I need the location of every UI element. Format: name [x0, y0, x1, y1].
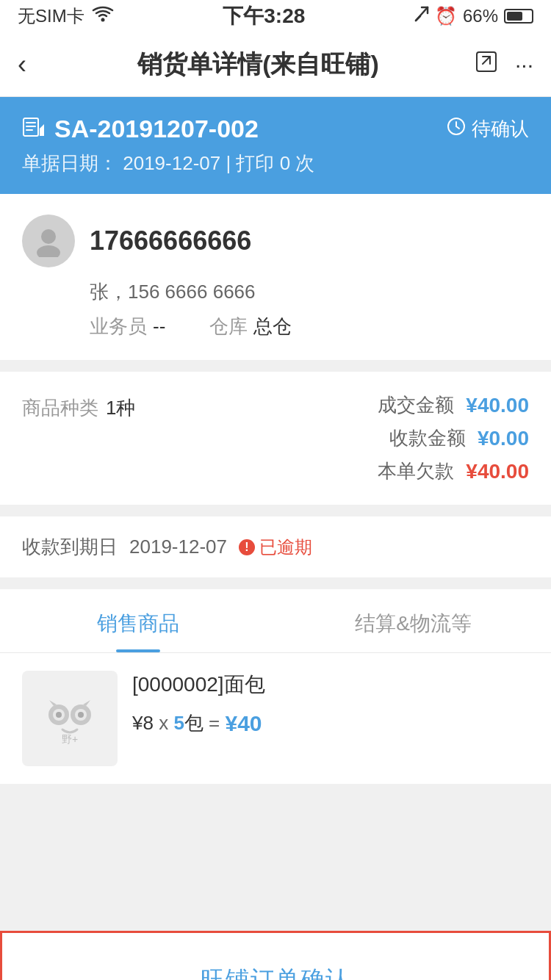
product-details: [0000002]面包 ¥8 x 5 包 = ¥40 [132, 671, 529, 736]
order-id-icon [22, 115, 46, 143]
amounts-info: 成交金额 ¥40.00 收款金额 ¥0.00 本单欠款 ¥40.00 [169, 392, 529, 484]
status-right: ⏰ 66% [414, 6, 533, 26]
sales-value: -- [153, 315, 165, 338]
product-name: [0000002]面包 [132, 671, 529, 699]
nav-bar: ‹ 销货单详情(来自旺铺) ··· [0, 32, 551, 97]
deal-label: 成交金额 [378, 392, 454, 418]
debt-label: 本单欠款 [378, 458, 454, 484]
svg-point-5 [37, 245, 60, 257]
order-date-row: 单据日期： 2019-12-07 | 打印 0 次 [22, 151, 529, 176]
overdue-label: 已逾期 [259, 536, 312, 559]
carrier-label: 无SIM卡 [18, 4, 84, 28]
due-date-value: 2019-12-07 [129, 536, 227, 558]
warehouse-value: 总仓 [253, 314, 292, 339]
products-section: 野+ [0000002]面包 ¥8 x 5 包 = ¥40 [0, 653, 551, 784]
price-total: ¥40 [225, 711, 262, 736]
tab-settlement[interactable]: 结算&物流等 [276, 589, 551, 652]
category-label: 商品种类 [22, 395, 98, 421]
confirm-order-button[interactable]: 旺铺订单确认 [24, 948, 527, 980]
product-price-row: ¥8 x 5 包 = ¥40 [132, 710, 529, 736]
order-header-banner: SA-20191207-002 待确认 单据日期： 2019-12-07 | 打… [0, 97, 551, 194]
debt-value: ¥40.00 [466, 460, 529, 483]
status-left: 无SIM卡 [18, 4, 114, 28]
tab-sales[interactable]: 销售商品 [0, 589, 276, 652]
product-thumbnail: 野+ [22, 671, 118, 766]
svg-point-0 [101, 18, 104, 22]
receipt-value: ¥0.00 [478, 427, 529, 450]
overdue-badge: ! 已逾期 [239, 536, 312, 559]
product-item: 野+ [0000002]面包 ¥8 x 5 包 = ¥40 [22, 671, 529, 766]
category-value: 1种 [106, 395, 135, 421]
price-unit-label: 包 [184, 710, 204, 736]
alarm-icon: ⏰ [435, 6, 457, 26]
more-button[interactable]: ··· [515, 52, 533, 77]
svg-point-4 [41, 229, 56, 244]
order-id: SA-20191207-002 [22, 115, 259, 143]
share-button[interactable] [475, 51, 497, 78]
receipt-label: 收款金额 [389, 425, 466, 451]
sales-label: 业务员 [90, 314, 147, 339]
deal-value: ¥40.00 [466, 394, 529, 417]
overdue-icon: ! [239, 539, 255, 555]
price-qty: 5 [173, 712, 184, 735]
due-label: 收款到期日 [22, 534, 118, 560]
svg-text:野+: 野+ [62, 733, 78, 744]
price-separator: x [154, 712, 173, 735]
nav-actions: ··· [475, 51, 533, 78]
svg-point-10 [56, 712, 62, 718]
location-icon [414, 6, 429, 26]
category-info: 商品种类 1种 [22, 392, 169, 421]
warehouse-label: 仓库 [209, 314, 248, 339]
status-clock-icon [447, 117, 466, 141]
empty-content-area [0, 784, 551, 931]
battery-percentage: 66% [463, 6, 498, 26]
avatar [22, 215, 75, 267]
svg-rect-1 [477, 52, 496, 71]
status-time: 下午3:28 [223, 2, 305, 30]
customer-name-phone: 张，156 6666 6666 [22, 279, 529, 305]
price-unit: ¥8 [132, 712, 154, 735]
summary-section: 商品种类 1种 成交金额 ¥40.00 收款金额 ¥0.00 本单欠款 ¥40.… [0, 372, 551, 505]
svg-point-11 [78, 712, 84, 718]
back-button[interactable]: ‹ [18, 51, 26, 78]
page-title: 销货单详情(来自旺铺) [41, 48, 475, 82]
order-status: 待确认 [447, 116, 529, 142]
customer-meta: 业务员 -- 仓库 总仓 [22, 314, 529, 339]
customer-section: 17666666666 张，156 6666 6666 业务员 -- 仓库 总仓 [0, 194, 551, 360]
battery-icon [504, 9, 533, 24]
status-bar: 无SIM卡 下午3:28 ⏰ 66% [0, 0, 551, 32]
bottom-button-area: 旺铺订单确认 [0, 931, 551, 980]
wifi-signal-icon [92, 6, 114, 26]
due-date-section: 收款到期日 2019-12-07 ! 已逾期 [0, 516, 551, 577]
price-equals: = [204, 712, 226, 735]
tab-bar: 销售商品 结算&物流等 [0, 589, 551, 653]
customer-phone: 17666666666 [90, 226, 251, 256]
